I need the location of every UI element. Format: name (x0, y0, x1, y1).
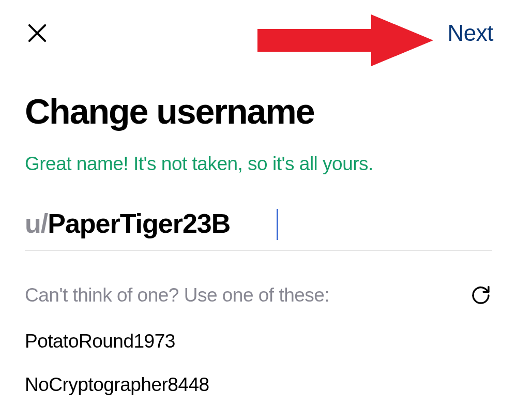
status-message: Great name! It's not taken, so it's all … (25, 153, 492, 175)
close-button[interactable] (24, 20, 51, 47)
refresh-suggestions-button[interactable] (469, 284, 492, 307)
page-title: Change username (25, 91, 492, 131)
username-input[interactable] (48, 208, 492, 239)
suggestions-list: PotatoRound1973 NoCryptographer8448 (25, 331, 492, 396)
suggestion-item[interactable]: NoCryptographer8448 (25, 374, 492, 396)
refresh-icon (470, 285, 491, 306)
username-field-row: u/ (25, 208, 492, 251)
text-cursor (277, 209, 278, 240)
username-prefix: u/ (25, 208, 48, 239)
close-icon (24, 20, 51, 47)
suggestion-item[interactable]: PotatoRound1973 (25, 331, 492, 352)
next-button[interactable]: Next (448, 20, 493, 46)
suggestions-label: Can't think of one? Use one of these: (25, 284, 329, 306)
